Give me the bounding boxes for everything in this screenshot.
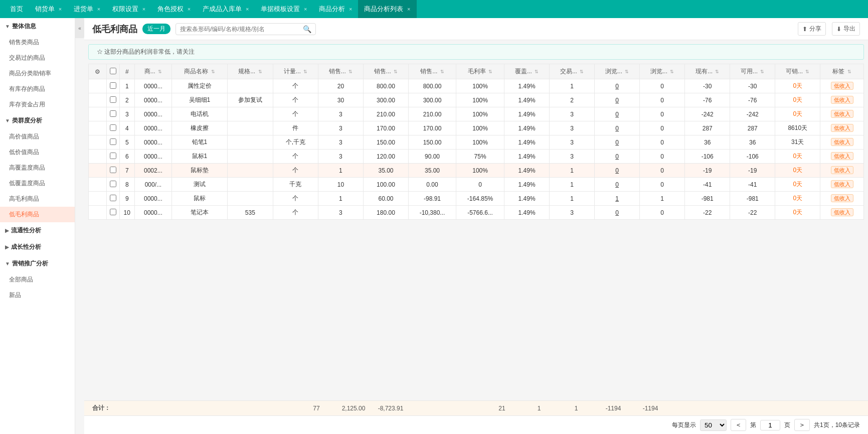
sidebar-group-cluster[interactable]: ▼ 类群度分析 (0, 112, 75, 129)
row-checkbox[interactable] (110, 153, 116, 159)
col-gross-margin[interactable]: 毛利率 ⇅ (456, 64, 504, 79)
views1-link[interactable]: 0 (615, 125, 619, 132)
sidebar-item-new-goods[interactable]: 新品 (0, 287, 75, 303)
page-number-input[interactable] (760, 420, 780, 430)
col-sellable[interactable]: 可销... ⇅ (775, 64, 820, 79)
views1-link[interactable]: 1 (615, 195, 619, 202)
views1-link[interactable]: 0 (615, 181, 619, 188)
close-role-icon[interactable]: × (188, 6, 191, 12)
cell-views1[interactable]: 0 (595, 206, 640, 220)
cell-views1[interactable]: 0 (595, 178, 640, 192)
cell-views1[interactable]: 0 (595, 93, 640, 107)
sidebar-item-high-value[interactable]: 高价值商品 (0, 129, 75, 144)
cell-views1[interactable]: 0 (595, 107, 640, 121)
sidebar-item-low-value[interactable]: 低价值商品 (0, 144, 75, 160)
cell-checkbox[interactable] (106, 121, 119, 135)
nav-item-template[interactable]: 单据模板设置 × (255, 0, 313, 18)
col-transactions[interactable]: 交易... ⇅ (550, 64, 595, 79)
sidebar-item-stock-capital[interactable]: 库存资金占用 (0, 97, 75, 112)
search-input[interactable] (180, 26, 303, 33)
sidebar-collapse-button[interactable]: « (75, 18, 84, 38)
nav-item-permission[interactable]: 权限设置 × (106, 0, 151, 18)
table-row[interactable]: 9 0000... 鼠标 个 1 60.00 -98.91 -164.85% 1… (89, 192, 864, 206)
sidebar-item-low-coverage[interactable]: 低覆盖度商品 (0, 176, 75, 191)
sidebar-group-overall[interactable]: ▼ 整体信息 (0, 18, 75, 35)
sidebar-item-high-coverage[interactable]: 高覆盖度商品 (0, 160, 75, 176)
row-checkbox[interactable] (110, 124, 116, 131)
cell-checkbox[interactable] (106, 150, 119, 164)
row-checkbox[interactable] (110, 96, 116, 103)
cell-checkbox[interactable] (106, 107, 119, 121)
cell-views1[interactable]: 0 (595, 135, 640, 150)
views1-link[interactable]: 0 (615, 153, 619, 160)
views1-link[interactable]: 0 (615, 111, 619, 118)
views1-link[interactable]: 0 (615, 139, 619, 146)
close-product-in-icon[interactable]: × (246, 6, 249, 12)
sidebar-item-high-margin[interactable]: 高毛利商品 (0, 191, 75, 207)
table-container[interactable]: ⚙ # 商... ⇅ 商品名称 ⇅ 规格... ⇅ 计量... ⇅ 销售... … (88, 64, 864, 400)
sidebar-group-marketing[interactable]: ▼ 营销推广分析 (0, 255, 75, 272)
views1-link[interactable]: 0 (615, 209, 619, 216)
col-views1[interactable]: 浏览... ⇅ (595, 64, 640, 79)
period-badge[interactable]: 近一月 (142, 24, 170, 34)
col-views2[interactable]: 浏览... ⇅ (640, 64, 685, 79)
col-name[interactable]: 商品名称 ⇅ (171, 64, 227, 79)
close-analysis-icon[interactable]: × (349, 6, 352, 12)
table-row[interactable]: 5 0000... 铅笔1 个,千克 3 150.00 150.00 100% … (89, 135, 864, 150)
table-row[interactable]: 2 0000... 吴细细1 参加复试 个 30 300.00 300.00 1… (89, 93, 864, 107)
col-available[interactable]: 可用... ⇅ (730, 64, 775, 79)
sidebar-item-all-goods[interactable]: 全部商品 (0, 272, 75, 287)
export-button[interactable]: ⬇ 导出 (832, 22, 860, 36)
row-checkbox[interactable] (110, 195, 116, 201)
col-settings[interactable]: ⚙ (89, 64, 107, 79)
cell-views1[interactable]: 0 (595, 150, 640, 164)
close-template-icon[interactable]: × (304, 6, 307, 12)
cell-checkbox[interactable] (106, 206, 119, 220)
share-button[interactable]: ⬆ 分享 (798, 22, 826, 36)
col-coverage[interactable]: 覆盖... ⇅ (504, 64, 550, 79)
table-row[interactable]: 6 0000... 鼠标1 个 3 120.00 90.00 75% 1.49%… (89, 150, 864, 164)
col-sales-qty[interactable]: 销售... ⇅ (318, 64, 363, 79)
cell-checkbox[interactable] (106, 79, 119, 93)
sidebar-group-flow[interactable]: ▶ 流通性分析 (0, 222, 75, 239)
table-row[interactable]: 7 0002... 鼠标垫 个 1 35.00 35.00 100% 1.49%… (89, 164, 864, 178)
sidebar-item-low-margin[interactable]: 低毛利商品 (0, 207, 75, 222)
row-checkbox[interactable] (110, 82, 116, 89)
select-all-checkbox[interactable] (110, 68, 116, 74)
cell-checkbox[interactable] (106, 135, 119, 150)
col-sales-profit[interactable]: 销售... ⇅ (408, 64, 456, 79)
col-current[interactable]: 现有... ⇅ (685, 64, 730, 79)
row-checkbox[interactable] (110, 209, 116, 215)
table-row[interactable]: 8 000/... 测试 千克 10 100.00 0.00 0 1.49% 1… (89, 178, 864, 192)
cell-checkbox[interactable] (106, 93, 119, 107)
prev-page-button[interactable]: ＜ (731, 419, 746, 431)
col-checkbox[interactable] (106, 64, 119, 79)
row-checkbox[interactable] (110, 167, 116, 173)
nav-item-sales[interactable]: 销货单 × (29, 0, 68, 18)
col-tag[interactable]: 标签 ⇅ (820, 64, 864, 79)
nav-item-analysis-list[interactable]: 商品分析列表 × (358, 0, 416, 18)
close-permission-icon[interactable]: × (142, 6, 145, 12)
col-spec[interactable]: 规格... ⇅ (227, 64, 273, 79)
sidebar-group-growth[interactable]: ▶ 成长性分析 (0, 239, 75, 255)
cell-checkbox[interactable] (106, 178, 119, 192)
cell-views1[interactable]: 0 (595, 79, 640, 93)
cell-checkbox[interactable] (106, 192, 119, 206)
sidebar-item-sales-goods[interactable]: 销售类商品 (0, 35, 75, 50)
close-analysis-list-icon[interactable]: × (407, 6, 410, 12)
sidebar-item-traded-goods[interactable]: 交易过的商品 (0, 50, 75, 66)
views1-link[interactable]: 0 (615, 167, 619, 174)
nav-item-analysis[interactable]: 商品分析 × (313, 0, 358, 18)
table-row[interactable]: 4 0000... 橡皮擦 件 3 170.00 170.00 100% 1.4… (89, 121, 864, 135)
table-row[interactable]: 3 0000... 电话机 个 3 210.00 210.00 100% 1.4… (89, 107, 864, 121)
next-page-button[interactable]: ＞ (794, 419, 810, 431)
views1-link[interactable]: 0 (615, 97, 619, 104)
sidebar-item-category-rate[interactable]: 商品分类助销率 (0, 66, 75, 81)
row-checkbox[interactable] (110, 110, 116, 117)
nav-item-purchase[interactable]: 进货单 × (68, 0, 106, 18)
nav-item-role[interactable]: 角色授权 × (151, 0, 197, 18)
cell-checkbox[interactable] (106, 164, 119, 178)
close-sales-icon[interactable]: × (59, 6, 62, 12)
cell-views1[interactable]: 0 (595, 164, 640, 178)
nav-item-home[interactable]: 首页 (4, 0, 29, 18)
